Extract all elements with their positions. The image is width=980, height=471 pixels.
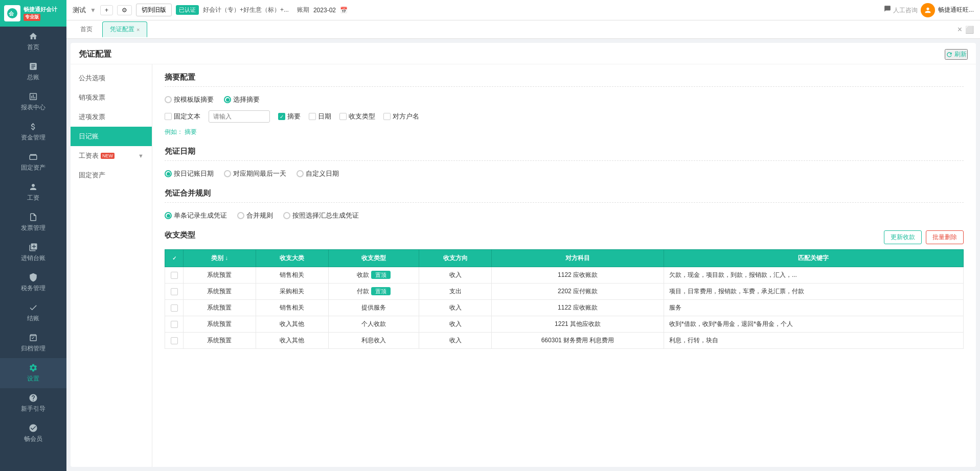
merge-radio-single[interactable]: 单条记录生成凭证 <box>165 211 227 220</box>
checkbox-type[interactable]: 收支类型 <box>339 112 375 121</box>
row-keywords: 欠款，现金，项目款，到款，报销款，汇入，... <box>664 267 963 284</box>
row-sub-type: 付款 置顶 <box>328 284 419 300</box>
row-category: 系统预置 <box>184 284 256 300</box>
row-check[interactable] <box>165 300 184 316</box>
home-icon <box>29 32 38 41</box>
tab-close-voucher-config[interactable]: × <box>136 27 140 33</box>
date-radio-custom[interactable]: 自定义日期 <box>297 169 339 178</box>
content-area: 凭证配置 刷新 公共选项 销项发票 进项发票 日记账 <box>71 43 976 467</box>
left-nav-public[interactable]: 公共选项 <box>71 68 152 88</box>
merge-radio-rule[interactable]: 合并规则 <box>237 211 273 220</box>
logo-icon: 会 <box>4 5 20 21</box>
main-area: 测试 ▼ + ⚙ 切到旧版 已认证 好会计（专）+好生意（标）+... 账期 2… <box>66 0 980 471</box>
logo-text: 畅捷通好会计 专业版 <box>24 6 57 21</box>
row-keywords: 收到*借款，收到*备用金，退回*备用金，个人 <box>664 316 963 333</box>
settings-icon <box>29 363 38 372</box>
topbar-add-button[interactable]: + <box>100 5 113 15</box>
summary-section-title: 摘要配置 <box>165 73 964 87</box>
left-nav: 公共选项 销项发票 进项发票 日记账 工资表 NEW ▼ 固定资产 <box>71 64 152 467</box>
sidebar-item-settings[interactable]: 设置 <box>0 358 66 388</box>
income-section-header: 收支类型 更新收款 批量删除 <box>165 230 964 244</box>
table-row: 系统预置 销售相关 收款 置顶 收入 1122 应收账款 欠款，现金，项目款，到… <box>165 267 964 284</box>
left-nav-fixed-assets[interactable]: 固定资产 <box>71 166 152 185</box>
support-button[interactable]: 人工咨询 <box>884 5 918 15</box>
sidebar-item-settle[interactable]: 结账 <box>0 298 66 328</box>
table-row: 系统预置 采购相关 付款 置顶 支出 2202 应付账款 项目，日常费用，报销款… <box>165 284 964 300</box>
date-radio-journal[interactable]: 按日记账日期 <box>165 169 214 178</box>
page-title: 凭证配置 <box>79 49 111 60</box>
row-checkbox-0[interactable] <box>171 272 178 279</box>
checkbox-fixed-text[interactable]: 固定文本 <box>165 112 200 121</box>
sidebar-item-salary[interactable]: 工资 <box>0 177 66 207</box>
row-direction: 支出 <box>419 284 492 300</box>
sidebar-item-ledger[interactable]: 总账 <box>0 57 66 87</box>
radio-by-select-circle <box>283 212 290 219</box>
row-account: 1221 其他应收款 <box>492 316 664 333</box>
date-radio-period-last[interactable]: 对应期间最后一天 <box>224 169 286 178</box>
row-category: 系统预置 <box>184 333 256 349</box>
update-btn[interactable]: 更新收款 <box>884 230 922 244</box>
merge-radio-select[interactable]: 按照选择汇总生成凭证 <box>283 211 359 220</box>
checkbox-date[interactable]: 日期 <box>309 112 331 121</box>
type-checkbox <box>339 113 347 120</box>
merge-radio-group: 单条记录生成凭证 合并规则 按照选择汇总生成凭证 <box>165 211 964 220</box>
left-nav-sales-invoice[interactable]: 销项发票 <box>71 88 152 107</box>
sidebar-item-tax[interactable]: 税务管理 <box>0 268 66 298</box>
radio-custom-circle <box>297 170 304 177</box>
date-section-title: 凭证日期 <box>165 147 964 161</box>
row-check[interactable] <box>165 284 184 300</box>
tab-voucher-config[interactable]: 凭证配置 × <box>102 21 147 37</box>
row-checkbox-4[interactable] <box>171 337 178 344</box>
member-icon <box>29 423 38 433</box>
sidebar-item-invoice-mgr[interactable]: 发票管理 <box>0 207 66 238</box>
refresh-button[interactable]: 刷新 <box>945 49 968 60</box>
sidebar-item-assets[interactable]: 固定资产 <box>0 147 66 177</box>
table-header-account: 对方科目 <box>492 250 664 267</box>
tab-home[interactable]: 首页 <box>73 21 100 37</box>
checkbox-summary[interactable]: ✓ 摘要 <box>278 112 301 121</box>
income-table: ✓ 类别 ↓ 收支大类 收支类型 收支方向 对方科目 匹配关键字 <box>165 249 964 349</box>
sidebar-item-fund[interactable]: 资金管理 <box>0 117 66 147</box>
content-header: 凭证配置 刷新 <box>71 43 976 64</box>
row-check[interactable] <box>165 333 184 349</box>
left-nav-purchase-invoice[interactable]: 进项发票 <box>71 107 152 127</box>
row-major-type: 销售相关 <box>256 267 328 284</box>
close-tab-button[interactable]: × <box>958 25 962 34</box>
row-checkbox-1[interactable] <box>171 288 178 295</box>
calendar-icon[interactable]: 📅 <box>340 7 348 14</box>
sidebar: 会 畅捷通好会计 专业版 首页 总账 报表中心 资金管理 固定资产 工资 发票管… <box>0 0 66 471</box>
left-nav-journal[interactable]: 日记账 <box>71 127 152 146</box>
table-row: 系统预置 收入其他 个人收款 收入 1221 其他应收款 收到*借款，收到*备用… <box>165 316 964 333</box>
expand-tab-button[interactable]: ⬜ <box>965 25 974 34</box>
radio-template-circle <box>165 96 172 103</box>
sidebar-item-home[interactable]: 首页 <box>0 27 66 57</box>
header-checkbox[interactable]: ✓ <box>171 255 178 262</box>
left-nav-payroll[interactable]: 工资表 NEW ▼ <box>71 146 152 166</box>
row-major-type: 收入其他 <box>256 316 328 333</box>
sidebar-item-guide[interactable]: 新手引导 <box>0 388 66 418</box>
topbar-switch-old-button[interactable]: 切到旧版 <box>136 4 172 16</box>
sidebar-item-archive[interactable]: 归档管理 <box>0 328 66 358</box>
table-header-sub-type: 收支类型 <box>328 250 419 267</box>
tabs-bar: 首页 凭证配置 × × ⬜ <box>66 20 980 39</box>
summary-radio-template[interactable]: 按模板版摘要 <box>165 95 214 104</box>
merge-section: 凭证合并规则 单条记录生成凭证 合并规则 按照选择汇总生成凭证 <box>165 189 964 220</box>
row-checkbox-3[interactable] <box>171 321 178 328</box>
sub-type-tag[interactable]: 置顶 <box>371 287 391 295</box>
row-checkbox-2[interactable] <box>171 304 178 312</box>
row-check[interactable] <box>165 316 184 333</box>
sub-type-tag[interactable]: 置顶 <box>371 271 391 279</box>
sidebar-item-reports[interactable]: 报表中心 <box>0 87 66 117</box>
checkbox-party[interactable]: 对方户名 <box>383 112 419 121</box>
topbar-accounting-label: 好会计（专）+好生意（标）+... <box>203 6 289 14</box>
tax-icon <box>29 273 38 282</box>
delete-btn[interactable]: 批量删除 <box>926 230 964 244</box>
sidebar-item-purchase[interactable]: 进销台账 <box>0 238 66 268</box>
purchase-icon <box>29 243 38 252</box>
fixed-text-input[interactable] <box>209 110 270 123</box>
user-name: 畅捷通旺旺... <box>938 6 974 14</box>
sidebar-item-member[interactable]: 畅会员 <box>0 418 66 449</box>
summary-radio-select[interactable]: 选择摘要 <box>224 95 260 104</box>
topbar-settings-button[interactable]: ⚙ <box>117 5 132 15</box>
row-check[interactable] <box>165 267 184 284</box>
